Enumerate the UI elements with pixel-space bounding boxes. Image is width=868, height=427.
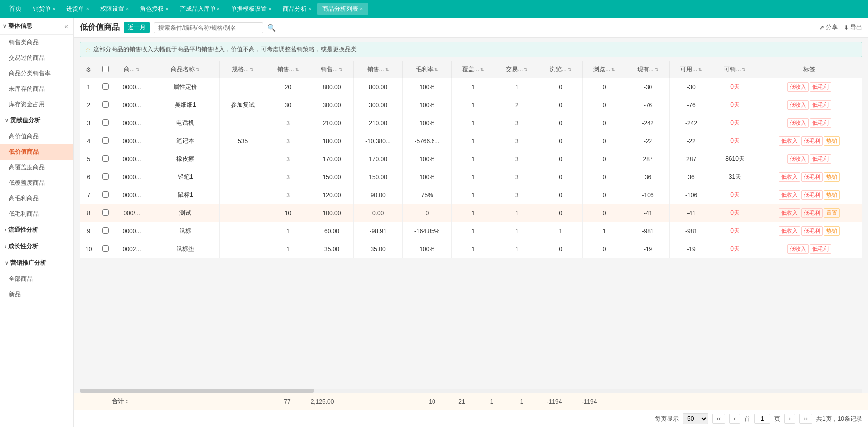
- tag: 低毛利: [801, 208, 823, 218]
- cell-browse1[interactable]: 0: [539, 186, 582, 204]
- sidebar-item-category-rate[interactable]: 商品分类销售率: [0, 66, 73, 81]
- nav-permission[interactable]: 权限设置×: [95, 3, 134, 15]
- col-s2[interactable]: 销售...⇅: [310, 61, 353, 78]
- scrollbar-thumb[interactable]: [80, 389, 314, 393]
- cell-tags: 低收入低毛利热销: [757, 186, 862, 204]
- col-saledays[interactable]: 可销...⇅: [713, 61, 757, 78]
- col-browse2[interactable]: 浏览...⇅: [582, 61, 626, 78]
- sidebar-item-high-profit[interactable]: 高毛利商品: [0, 191, 73, 206]
- row-checkbox[interactable]: [102, 227, 109, 234]
- search-input[interactable]: [154, 22, 263, 33]
- cell-checkbox[interactable]: [98, 96, 113, 114]
- row-checkbox[interactable]: [102, 245, 109, 252]
- sidebar-item-traded-goods[interactable]: 交易过的商品: [0, 50, 73, 66]
- cell-checkbox[interactable]: [98, 240, 113, 258]
- browse1-link[interactable]: 0: [559, 138, 562, 145]
- cell-browse1[interactable]: 0: [539, 78, 582, 96]
- share-btn[interactable]: ⇗ 分享: [819, 23, 838, 32]
- browse1-link[interactable]: 0: [559, 246, 562, 253]
- col-browse1[interactable]: 浏览...⇅: [539, 61, 582, 78]
- browse1-link[interactable]: 1: [559, 228, 562, 235]
- page-input[interactable]: [754, 414, 770, 424]
- sidebar-item-high-coverage[interactable]: 高覆盖度商品: [0, 160, 73, 175]
- nav-role[interactable]: 角色授权×: [135, 3, 173, 15]
- last-page-btn[interactable]: ››: [799, 414, 812, 424]
- sidebar-item-low-profit[interactable]: 低毛利商品: [0, 206, 73, 222]
- col-stock[interactable]: 现有...⇅: [626, 61, 669, 78]
- cell-browse1[interactable]: 1: [539, 222, 582, 240]
- first-page-btn[interactable]: ‹‹: [712, 414, 725, 424]
- col-gross[interactable]: 毛利率⇅: [402, 61, 451, 78]
- row-checkbox[interactable]: [102, 191, 109, 198]
- sidebar-growth-group[interactable]: › 成长性分析: [0, 238, 73, 255]
- sidebar-marketing-group[interactable]: ∨ 营销推广分析: [0, 255, 73, 271]
- sidebar-item-new-goods[interactable]: 新品: [0, 287, 73, 302]
- row-checkbox[interactable]: [102, 173, 109, 180]
- col-name[interactable]: 商品名称⇅: [151, 61, 219, 78]
- cell-browse1[interactable]: 0: [539, 168, 582, 186]
- sidebar-item-all-goods[interactable]: 全部商品: [0, 271, 73, 287]
- cell-browse1[interactable]: 0: [539, 132, 582, 150]
- row-checkbox[interactable]: [102, 83, 109, 90]
- browse1-link[interactable]: 0: [559, 84, 562, 91]
- per-page-select[interactable]: 50 100 200: [683, 413, 708, 424]
- sidebar-item-high-value[interactable]: 高价值商品: [0, 129, 73, 144]
- row-checkbox[interactable]: [102, 137, 109, 144]
- nav-home[interactable]: 首页: [4, 2, 27, 15]
- sidebar-item-low-coverage[interactable]: 低覆盖度商品: [0, 175, 73, 191]
- next-page-btn[interactable]: ›: [784, 414, 795, 424]
- search-icon[interactable]: 🔍: [267, 24, 276, 32]
- nav-product-storage[interactable]: 产成品入库单×: [175, 3, 225, 15]
- sidebar-item-stock-capital[interactable]: 库存资金占用: [0, 97, 73, 112]
- col-trade[interactable]: 交易...⇅: [495, 61, 539, 78]
- cell-checkbox[interactable]: [98, 114, 113, 132]
- cell-checkbox[interactable]: [98, 222, 113, 240]
- row-checkbox[interactable]: [102, 119, 109, 126]
- prev-page-btn[interactable]: ‹: [729, 414, 740, 424]
- cell-browse1[interactable]: 0: [539, 204, 582, 222]
- row-checkbox[interactable]: [102, 209, 109, 216]
- cell-browse1[interactable]: 0: [539, 96, 582, 114]
- browse1-link[interactable]: 0: [559, 120, 562, 127]
- row-checkbox[interactable]: [102, 101, 109, 108]
- col-settings[interactable]: ⚙: [80, 61, 98, 78]
- browse1-link[interactable]: 0: [559, 102, 562, 109]
- col-checkbox[interactable]: [98, 61, 113, 78]
- export-btn[interactable]: ⬇ 导出: [844, 23, 862, 32]
- cell-checkbox[interactable]: [98, 204, 113, 222]
- cell-browse1[interactable]: 0: [539, 150, 582, 168]
- sidebar-collapse-btn[interactable]: «: [64, 22, 68, 30]
- nav-purchase[interactable]: 进货单×: [61, 3, 94, 15]
- row-checkbox[interactable]: [102, 155, 109, 162]
- cell-checkbox[interactable]: [98, 132, 113, 150]
- browse1-link[interactable]: 0: [559, 192, 562, 199]
- browse1-link[interactable]: 0: [559, 174, 562, 181]
- cell-checkbox[interactable]: [98, 78, 113, 96]
- col-spec[interactable]: 规格...⇅: [219, 61, 266, 78]
- cell-checkbox[interactable]: [98, 150, 113, 168]
- browse1-link[interactable]: 0: [559, 156, 562, 163]
- nav-sales[interactable]: 销货单×: [28, 3, 60, 15]
- cell-browse1[interactable]: 0: [539, 114, 582, 132]
- sidebar-item-sales-goods[interactable]: 销售类商品: [0, 35, 73, 50]
- col-s3[interactable]: 销售...⇅: [354, 61, 403, 78]
- col-avail[interactable]: 可用...⇅: [669, 61, 713, 78]
- col-code[interactable]: 商...⇅: [113, 61, 151, 78]
- date-filter-btn[interactable]: 近一月: [124, 22, 150, 33]
- select-all-checkbox[interactable]: [102, 66, 109, 72]
- cell-checkbox[interactable]: [98, 186, 113, 204]
- horizontal-scrollbar[interactable]: [80, 389, 862, 393]
- col-cover[interactable]: 覆盖...⇅: [451, 61, 495, 78]
- nav-goods-list[interactable]: 商品分析列表×: [317, 3, 368, 15]
- nav-template[interactable]: 单据模板设置×: [226, 3, 276, 15]
- cell-saledays: 0天: [713, 240, 757, 258]
- sidebar-contribution-group[interactable]: ∨ 贡献值分析: [0, 112, 73, 129]
- sidebar-flow-group[interactable]: › 流通性分析: [0, 222, 73, 238]
- cell-checkbox[interactable]: [98, 168, 113, 186]
- sidebar-item-low-value[interactable]: 低价值商品: [0, 144, 73, 160]
- nav-goods-analysis[interactable]: 商品分析×: [278, 3, 316, 15]
- col-s1[interactable]: 销售...⇅: [266, 61, 310, 78]
- sidebar-item-no-stock[interactable]: 未库存的商品: [0, 81, 73, 97]
- browse1-link[interactable]: 0: [559, 210, 562, 217]
- cell-browse1[interactable]: 0: [539, 240, 582, 258]
